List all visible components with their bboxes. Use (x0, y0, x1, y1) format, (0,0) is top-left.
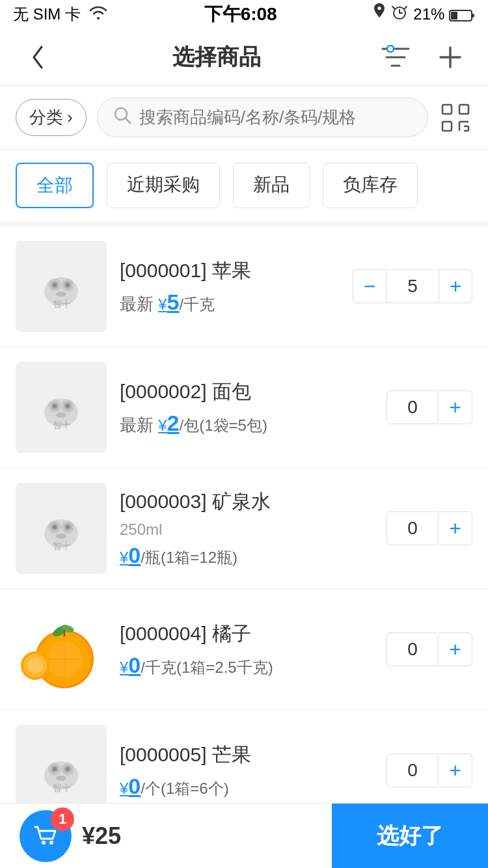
svg-line-12 (126, 118, 130, 123)
product-image: 智十 (16, 483, 107, 574)
status-left: 无 SIM 卡 (13, 4, 108, 25)
svg-point-45 (66, 525, 70, 529)
tab-new[interactable]: 新品 (233, 163, 310, 208)
product-item: [0000004] 橘子 ¥0/千克(1箱=2.5千克) + (0, 590, 488, 709)
cart-section: 1 ¥25 (0, 810, 332, 862)
svg-rect-13 (442, 105, 452, 114)
svg-point-67 (56, 776, 66, 781)
svg-point-35 (53, 404, 57, 408)
svg-point-46 (56, 534, 66, 539)
back-button[interactable] (18, 38, 57, 77)
svg-rect-15 (442, 122, 452, 131)
product-name: [0000005] 芒果 (120, 742, 373, 768)
product-item: 智十 [0000003] 矿泉水 250ml ¥0/瓶(1箱=12瓶) + (0, 468, 488, 588)
qty-input[interactable] (386, 511, 439, 545)
qty-input[interactable] (386, 632, 439, 666)
svg-rect-14 (459, 105, 468, 114)
wifi-icon (88, 5, 108, 23)
qty-control: − + (353, 269, 472, 303)
svg-point-44 (53, 525, 57, 529)
tab-recent[interactable]: 近期采购 (107, 163, 220, 208)
cart-total: ¥25 (82, 822, 121, 850)
product-info: [0000003] 矿泉水 250ml ¥0/瓶(1箱=12瓶) (120, 489, 373, 568)
product-list: 智十 [0000001] 苹果 最新 ¥5/千克 − + (0, 226, 488, 868)
tab-all[interactable]: 全部 (16, 163, 94, 208)
product-name: [0000004] 橘子 (120, 621, 373, 647)
product-spec: 250ml (120, 521, 373, 539)
svg-text:智十: 智十 (53, 783, 71, 793)
category-button[interactable]: 分类 › (16, 99, 87, 136)
product-price: 最新 ¥5/千克 (120, 290, 340, 316)
svg-point-66 (66, 767, 70, 771)
svg-point-83 (42, 841, 46, 845)
product-image: 智十 (16, 725, 107, 816)
svg-point-37 (56, 413, 66, 418)
category-label: 分类 (29, 106, 63, 129)
product-info: [0000004] 橘子 ¥0/千克(1箱=2.5千克) (120, 621, 373, 678)
svg-point-27 (66, 283, 70, 287)
cart-badge: 1 (51, 807, 74, 831)
qty-plus-button[interactable]: + (439, 511, 472, 545)
svg-text:智十: 智十 (53, 541, 71, 551)
add-button[interactable] (431, 38, 470, 77)
svg-point-8 (387, 46, 394, 52)
product-price: ¥0/个(1箱=6个) (120, 774, 373, 799)
svg-point-84 (49, 841, 53, 845)
filter-tabs: 全部 近期采购 新品 负库存 (0, 150, 488, 226)
product-info: [0000002] 面包 最新 ¥2/包(1袋=5包) (120, 379, 373, 437)
svg-point-65 (53, 767, 57, 771)
alarm-icon (391, 4, 408, 25)
qty-control: + (386, 753, 472, 787)
search-icon (113, 106, 131, 129)
confirm-button[interactable]: 选好了 (332, 804, 488, 869)
qty-control: + (386, 632, 472, 666)
svg-text:智十: 智十 (53, 299, 71, 309)
svg-point-28 (56, 292, 66, 297)
status-bar: 无 SIM 卡 下午6:08 21% (0, 0, 488, 29)
product-info: [0000001] 苹果 最新 ¥5/千克 (120, 258, 340, 316)
product-item: 智十 [0000001] 苹果 最新 ¥5/千克 − + (0, 226, 488, 346)
qty-plus-button[interactable]: + (439, 753, 472, 787)
category-chevron: › (67, 107, 73, 128)
qty-control: + (386, 511, 472, 545)
product-price: 最新 ¥2/包(1袋=5包) (120, 411, 373, 437)
qty-plus-button[interactable]: + (439, 390, 472, 424)
qty-plus-button[interactable]: + (439, 632, 472, 666)
product-item: 智十 [0000002] 面包 最新 ¥2/包(1袋=5包) + (0, 347, 488, 467)
product-image: 智十 (16, 241, 107, 332)
search-input[interactable] (139, 107, 412, 128)
status-time: 下午6:08 (204, 2, 277, 27)
svg-point-26 (53, 283, 57, 287)
svg-point-56 (27, 658, 43, 673)
cart-icon-button[interactable]: 1 (20, 810, 72, 862)
qty-input[interactable] (386, 753, 439, 787)
product-name: [0000002] 面包 (120, 379, 373, 405)
product-image: 智十 (16, 362, 107, 453)
product-info: [0000005] 芒果 ¥0/个(1箱=6个) (120, 742, 373, 799)
qty-plus-button[interactable]: + (439, 269, 472, 303)
product-name: [0000003] 矿泉水 (120, 489, 373, 515)
bottom-bar: 1 ¥25 选好了 (0, 803, 488, 868)
search-box[interactable] (97, 98, 428, 137)
svg-text:智十: 智十 (53, 420, 71, 430)
battery-text: 21% (413, 5, 475, 23)
search-area: 分类 › (0, 86, 488, 150)
svg-rect-4 (451, 12, 457, 20)
qty-minus-button[interactable]: − (353, 269, 386, 303)
product-price: ¥0/千克(1箱=2.5千克) (120, 653, 373, 678)
tab-negative-stock[interactable]: 负库存 (323, 163, 418, 208)
status-right: 21% (373, 3, 475, 25)
product-image (16, 604, 107, 695)
scan-button[interactable] (439, 101, 472, 135)
product-price: ¥0/瓶(1箱=12瓶) (120, 543, 373, 568)
carrier-text: 无 SIM 卡 (13, 4, 81, 25)
nav-actions (376, 38, 470, 77)
filter-icon-button[interactable] (376, 38, 415, 77)
location-icon (373, 3, 386, 25)
qty-control: + (386, 390, 472, 424)
qty-input[interactable] (386, 390, 439, 424)
svg-point-36 (66, 404, 70, 408)
nav-bar: 选择商品 (0, 29, 488, 86)
qty-input[interactable] (386, 269, 439, 303)
product-name: [0000001] 苹果 (120, 258, 340, 284)
